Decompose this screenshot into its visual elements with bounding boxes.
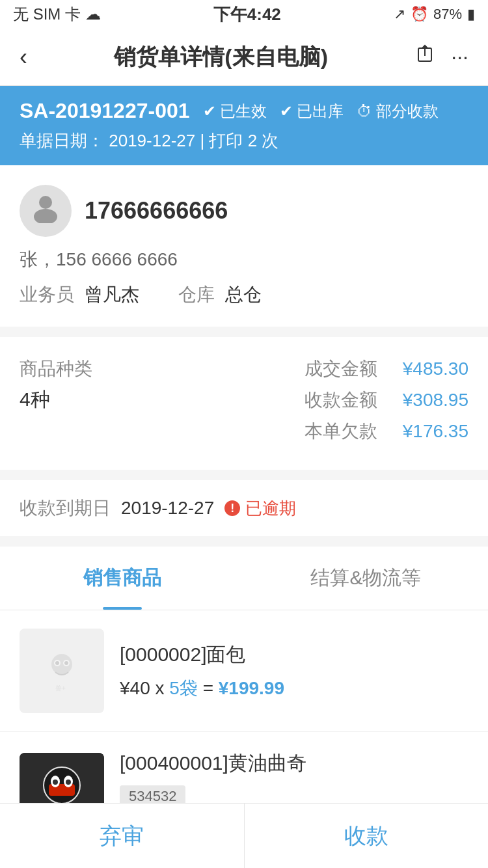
location-icon: ↗: [394, 6, 405, 23]
svg-point-8: [64, 661, 68, 665]
product-price-1: ¥40 x 5袋 = ¥199.99: [120, 676, 468, 701]
due-label: 收款到期日: [20, 496, 111, 521]
check-icon-2: ✔: [280, 102, 293, 120]
status-left: 无 SIM 卡 ☁: [13, 4, 101, 25]
order-header: SA-20191227-001 ✔ 已生效 ✔ 已出库 ⏱ 部分收款 单据日期：…: [0, 86, 488, 165]
received-value: ¥308.95: [390, 390, 468, 411]
battery-level: 87%: [433, 6, 462, 23]
more-icon[interactable]: ···: [451, 45, 468, 69]
product-name-1: [0000002]面包: [120, 642, 468, 668]
page-title: 销货单详情(来自电脑): [114, 42, 328, 72]
status-shipped: ✔ 已出库: [280, 101, 344, 122]
collect-payment-button[interactable]: 收款: [245, 804, 489, 868]
back-button[interactable]: ‹: [20, 44, 27, 71]
svg-text:兽+: 兽+: [55, 685, 66, 692]
warehouse-value: 总仓: [225, 282, 262, 307]
product-qty-1: 5袋: [169, 678, 198, 698]
tabs-section: 销售商品 结算&物流等: [0, 547, 488, 610]
svg-point-15: [53, 780, 58, 785]
nav-actions: ···: [414, 44, 468, 70]
svg-point-7: [55, 661, 59, 665]
check-icon-1: ✔: [203, 102, 216, 120]
overdue-badge: ! 已逾期: [224, 497, 296, 520]
sim-status: 无 SIM 卡 ☁: [13, 4, 101, 25]
abandon-review-button[interactable]: 弃审: [0, 804, 245, 868]
tab-products[interactable]: 销售商品: [0, 547, 244, 610]
customer-section: 17666666666 张，156 6666 6666 业务员 曾凡杰 仓库 总…: [0, 165, 488, 327]
status-bar: 无 SIM 卡 ☁ 下午4:42 ↗ ⏰ 87% ▮: [0, 0, 488, 29]
user-icon: [29, 191, 62, 231]
due-date-value: 2019-12-27: [121, 498, 214, 519]
order-number: SA-20191227-001: [20, 99, 190, 123]
category-count: 4种: [20, 387, 92, 413]
clock-icon: ⏱: [357, 102, 372, 120]
svg-point-2: [39, 196, 52, 209]
nav-bar: ‹ 销货单详情(来自电脑) ···: [0, 29, 488, 86]
amount-label: 成交金额: [305, 357, 377, 381]
product-info-1: [0000002]面包 ¥40 x 5袋 = ¥199.99: [120, 642, 468, 701]
category-label: 商品种类: [20, 357, 92, 381]
status-time: 下午4:42: [213, 3, 281, 26]
summary-section: 商品种类 4种 成交金额 ¥485.30 收款金额 ¥308.95 本单欠款 ¥…: [0, 337, 488, 470]
product-thumbnail-1: 兽+: [20, 629, 104, 713]
customer-meta: 业务员 曾凡杰 仓库 总仓: [20, 282, 468, 307]
avatar: [20, 185, 72, 237]
product-total-1: ¥199.99: [219, 678, 284, 698]
share-icon[interactable]: [414, 44, 435, 70]
battery-icon: ▮: [467, 6, 475, 23]
due-section: 收款到期日 2019-12-27 ! 已逾期: [0, 480, 488, 536]
order-date: 单据日期： 2019-12-27 | 打印 2 次: [20, 129, 468, 152]
overdue-icon: !: [224, 500, 240, 516]
svg-point-3: [34, 209, 57, 223]
debt-value: ¥176.35: [390, 421, 468, 442]
amount-value: ¥485.30: [390, 359, 468, 379]
debt-label: 本单欠款: [305, 419, 377, 444]
status-right: ↗ ⏰ 87% ▮: [394, 6, 475, 23]
received-label: 收款金额: [305, 388, 377, 413]
salesman-label: 业务员: [20, 282, 74, 307]
list-item: 兽+ [0000002]面包 ¥40 x 5袋 = ¥199.99: [0, 610, 488, 732]
warehouse-label: 仓库: [178, 282, 215, 307]
tab-settlement[interactable]: 结算&物流等: [244, 547, 488, 610]
bottom-bar: 弃审 收款: [0, 803, 488, 868]
product-name-2: [000400001]黄油曲奇: [120, 750, 468, 777]
salesman-value: 曾凡杰: [85, 282, 139, 307]
overdue-text: 已逾期: [245, 497, 296, 520]
svg-point-16: [66, 780, 71, 785]
status-partial: ⏱ 部分收款: [357, 101, 439, 122]
status-effective: ✔ 已生效: [203, 101, 267, 122]
customer-id: 17666666666: [85, 197, 228, 224]
customer-detail: 张，156 6666 6666: [20, 247, 468, 272]
alarm-icon: ⏰: [411, 6, 428, 23]
